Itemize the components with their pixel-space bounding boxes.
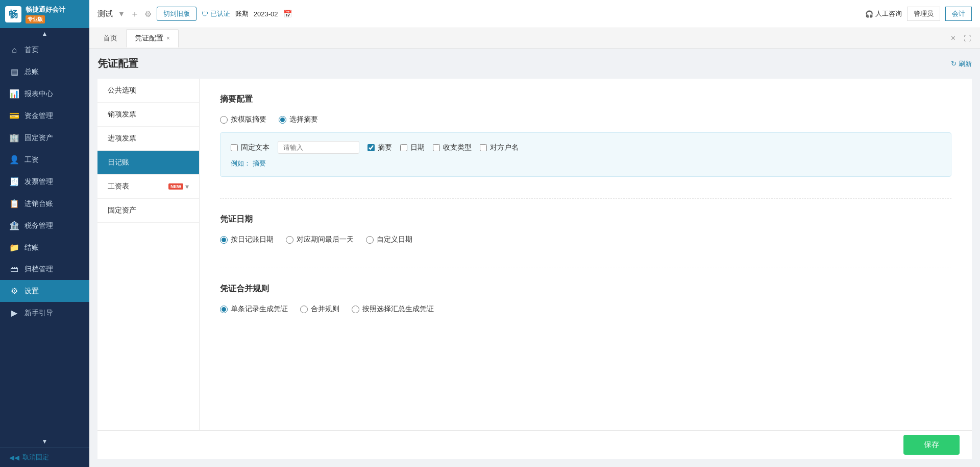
summary-radio-group: 按模版摘要 选择摘要 — [220, 115, 951, 124]
payroll-icon: 👤 — [9, 155, 19, 165]
company-chevron-icon[interactable]: ▼ — [118, 10, 125, 18]
close-period-icon: 📁 — [9, 243, 19, 252]
checkbox-date[interactable]: 日期 — [400, 143, 425, 152]
summary-options-row: 固定文本 摘要 日期 — [231, 141, 941, 154]
summary-config-box: 固定文本 摘要 日期 — [220, 132, 951, 177]
tab-voucher-config[interactable]: 凭证配置 × — [126, 29, 179, 48]
config-main: 摘要配置 按模版摘要 选择摘要 — [200, 79, 972, 430]
sidebar-item-tax[interactable]: 🏦 税务管理 — [0, 215, 89, 237]
settings-icon: ⚙ — [9, 286, 19, 296]
tabbar: 首页 凭证配置 × × ⛶ — [89, 28, 980, 49]
ledger-icon: ▤ — [9, 67, 19, 77]
sidebar-item-sales-purchase[interactable]: 📋 进销台账 — [0, 193, 89, 215]
sidebar-scroll-up[interactable]: ▲ — [0, 28, 89, 39]
sidebar-item-label: 报表中心 — [24, 89, 53, 99]
example-text: 例如： 摘要 — [231, 159, 941, 168]
sales-purchase-icon: 📋 — [9, 199, 19, 208]
unpin-label: 取消固定 — [22, 453, 49, 462]
fixed-text-input[interactable] — [278, 141, 359, 154]
calendar-icon[interactable]: 📅 — [283, 10, 292, 18]
sidebar-item-archive[interactable]: 🗃 归档管理 — [0, 259, 89, 280]
sidebar-item-invoice[interactable]: 🧾 发票管理 — [0, 171, 89, 193]
sidebar-item-label: 税务管理 — [24, 221, 53, 230]
checkbox-fixed-text[interactable]: 固定文本 — [231, 143, 270, 152]
main-area: 测试 ▼ ＋ ⚙ 切到旧版 🛡 已认证 账期 2023-02 📅 🎧 人工咨询 … — [89, 0, 980, 467]
checkbox-counterparty[interactable]: 对方户名 — [480, 143, 519, 152]
funds-icon: 💳 — [9, 111, 19, 121]
config-sidebar-item-public[interactable]: 公共选项 — [97, 79, 199, 103]
bottom-bar: 保存 — [97, 430, 972, 459]
summary-section-title: 摘要配置 — [220, 94, 951, 105]
add-company-icon[interactable]: ＋ — [130, 8, 139, 20]
config-layout: 公共选项 销项发票 进项发票 日记账 工资表 NEW ▾ 固定资产 — [97, 79, 972, 430]
sidebar-item-home[interactable]: ⌂ 首页 — [0, 39, 89, 61]
journal-date-label: 按日记账日期 — [231, 235, 274, 244]
config-sidebar-item-payroll[interactable]: 工资表 NEW ▾ — [97, 175, 199, 199]
radio-template-summary[interactable]: 按模版摘要 — [220, 115, 266, 124]
consult-button[interactable]: 🎧 人工咨询 — [865, 9, 902, 18]
sidebar-item-fixed-assets[interactable]: 🏢 固定资产 — [0, 127, 89, 149]
radio-template-label: 按模版摘要 — [231, 115, 266, 124]
sidebar-unpin-button[interactable]: ◀◀ 取消固定 — [0, 447, 89, 467]
invoice-icon: 🧾 — [9, 177, 19, 186]
tab-active-label: 凭证配置 — [135, 34, 163, 43]
sidebar-item-settings[interactable]: ⚙ 设置 — [0, 280, 89, 302]
config-sidebar-item-journal[interactable]: 日记账 — [97, 151, 199, 175]
archive-icon: 🗃 — [9, 265, 19, 274]
sidebar-item-funds[interactable]: 💳 资金管理 — [0, 105, 89, 127]
config-sidebar-item-sales[interactable]: 销项发票 — [97, 103, 199, 127]
payroll-chevron-icon: ▾ — [185, 182, 189, 191]
radio-select-label: 选择摘要 — [289, 115, 318, 124]
radio-single-record[interactable]: 单条记录生成凭证 — [220, 305, 288, 314]
company-settings-icon[interactable]: ⚙ — [144, 9, 152, 19]
switch-version-button[interactable]: 切到旧版 — [157, 7, 197, 21]
radio-summary-gen[interactable]: 按照选择汇总生成凭证 — [352, 305, 434, 314]
user-button[interactable]: 管理员 — [907, 7, 940, 21]
sidebar-item-label: 总账 — [24, 67, 39, 77]
tab-home[interactable]: 首页 — [94, 29, 126, 48]
radio-custom-date[interactable]: 自定义日期 — [366, 235, 412, 244]
summary-label: 摘要 — [378, 143, 392, 152]
config-sidebar: 公共选项 销项发票 进项发票 日记账 工资表 NEW ▾ 固定资产 — [97, 79, 200, 430]
sidebar-item-label: 固定资产 — [24, 133, 53, 143]
logo-icon: 畅 — [5, 6, 21, 22]
tab-close-icon[interactable]: × — [166, 35, 170, 42]
sidebar-item-label: 首页 — [24, 45, 39, 55]
logo-text: 畅捷通好会计 — [26, 5, 65, 14]
merge-section-title: 凭证合并规则 — [220, 284, 951, 294]
radio-select-summary[interactable]: 选择摘要 — [279, 115, 318, 124]
config-sidebar-item-fixed-assets[interactable]: 固定资产 — [97, 199, 199, 223]
sidebar-item-ledger[interactable]: ▤ 总账 — [0, 61, 89, 83]
sidebar-item-label: 资金管理 — [24, 111, 53, 121]
new-badge: NEW — [168, 183, 183, 190]
sidebar-scroll-down[interactable]: ▼ — [0, 436, 89, 447]
sidebar-nav: ⌂ 首页 ▤ 总账 📊 报表中心 💳 资金管理 🏢 固定资产 👤 工资 🧾 发票… — [0, 39, 89, 436]
expand-tab-button[interactable]: ⛶ — [960, 32, 975, 44]
checkbox-income-type[interactable]: 收支类型 — [433, 143, 472, 152]
close-tab-button[interactable]: × — [947, 32, 960, 45]
sidebar-item-label: 归档管理 — [24, 265, 53, 274]
tab-home-label: 首页 — [103, 34, 117, 43]
checkbox-summary[interactable]: 摘要 — [368, 143, 392, 152]
sidebar-item-reports[interactable]: 📊 报表中心 — [0, 83, 89, 105]
summary-section: 摘要配置 按模版摘要 选择摘要 — [220, 94, 951, 199]
config-sidebar-item-purchase[interactable]: 进项发票 — [97, 127, 199, 151]
guide-icon: ▶ — [9, 308, 19, 318]
merge-section: 凭证合并规则 单条记录生成凭证 合并规则 — [220, 284, 951, 337]
radio-journal-date[interactable]: 按日记账日期 — [220, 235, 274, 244]
page-title: 凭证配置 — [97, 57, 138, 71]
radio-period-last[interactable]: 对应期间最后一天 — [286, 235, 354, 244]
sidebar-logo: 畅 畅捷通好会计 专业版 — [0, 0, 89, 28]
payroll-label: 工资表 — [108, 182, 129, 191]
period-value: 2023-02 — [254, 10, 278, 18]
period-label: 账期 — [235, 9, 249, 18]
home-icon: ⌂ — [9, 45, 19, 55]
role-button[interactable]: 会计 — [945, 7, 972, 21]
radio-merge-rule[interactable]: 合并规则 — [300, 305, 339, 314]
sidebar-item-payroll[interactable]: 👤 工资 — [0, 149, 89, 171]
refresh-button[interactable]: ↻ 刷新 — [951, 59, 972, 68]
sidebar-item-guide[interactable]: ▶ 新手引导 — [0, 302, 89, 324]
date-radio-group: 按日记账日期 对应期间最后一天 自定义日期 — [220, 235, 951, 244]
sidebar-item-close[interactable]: 📁 结账 — [0, 237, 89, 259]
save-button[interactable]: 保存 — [903, 435, 960, 455]
